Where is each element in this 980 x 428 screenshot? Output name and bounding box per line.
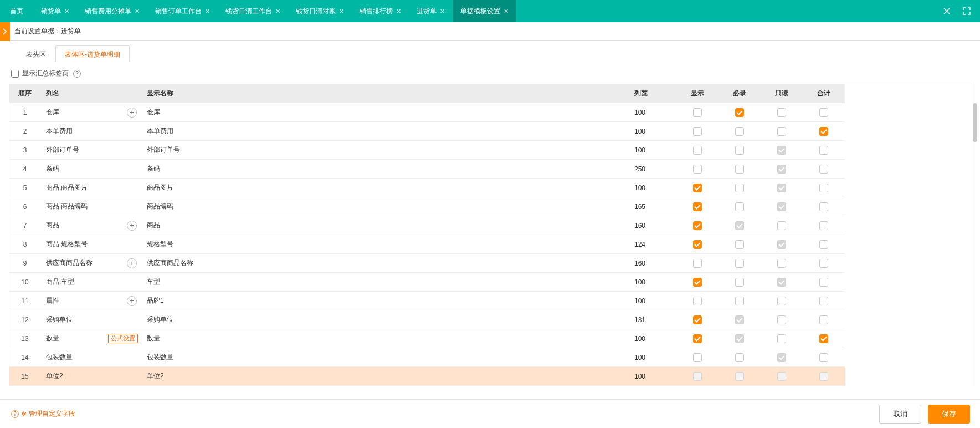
close-icon[interactable]: ✕ xyxy=(205,0,210,22)
tab-单据模板设置[interactable]: 单据模板设置✕ xyxy=(453,0,516,22)
checkbox[interactable] xyxy=(735,202,744,211)
checkbox[interactable] xyxy=(693,202,702,211)
checkbox[interactable] xyxy=(819,146,828,155)
checkbox[interactable] xyxy=(819,240,828,249)
checkbox[interactable] xyxy=(819,334,828,343)
table-cell xyxy=(676,329,719,348)
cancel-button[interactable]: 取消 xyxy=(879,405,921,420)
tab-进货单[interactable]: 进货单✕ xyxy=(409,0,453,22)
checkbox[interactable] xyxy=(819,297,828,305)
close-icon[interactable]: ✕ xyxy=(396,0,401,22)
checkbox[interactable] xyxy=(819,165,828,174)
checkbox[interactable] xyxy=(693,315,702,324)
add-icon[interactable]: + xyxy=(127,258,137,268)
save-button[interactable]: 保存 xyxy=(928,405,970,420)
table-cell: 单位2 xyxy=(40,367,141,386)
close-icon[interactable]: ✕ xyxy=(504,0,509,22)
table-cell xyxy=(761,160,803,179)
checkbox[interactable] xyxy=(777,315,786,324)
gear-icon: ✲ xyxy=(21,410,27,418)
checkbox xyxy=(777,165,786,174)
table-cell xyxy=(761,103,803,122)
table-cell xyxy=(803,141,845,160)
checkbox[interactable] xyxy=(693,146,702,155)
fullscreen-icon[interactable] xyxy=(959,3,974,19)
close-all-tabs-icon[interactable] xyxy=(939,3,955,19)
checkbox[interactable] xyxy=(693,259,702,268)
tab-钱货日清工作台[interactable]: 钱货日清工作台✕ xyxy=(218,0,288,22)
add-icon[interactable]: + xyxy=(127,221,137,231)
checkbox[interactable] xyxy=(693,297,702,305)
column-header: 显示 xyxy=(676,84,719,103)
table-cell xyxy=(719,141,761,160)
close-icon[interactable]: ✕ xyxy=(64,0,69,22)
table-cell xyxy=(676,141,719,160)
checkbox[interactable] xyxy=(693,221,702,230)
checkbox[interactable] xyxy=(693,278,702,287)
tab-销售排行榜[interactable]: 销售排行榜✕ xyxy=(352,0,409,22)
tab-home[interactable]: 首页 xyxy=(0,0,33,22)
checkbox[interactable] xyxy=(819,108,828,117)
checkbox[interactable] xyxy=(735,240,744,249)
checkbox[interactable] xyxy=(819,221,828,230)
checkbox[interactable] xyxy=(735,278,744,287)
checkbox[interactable] xyxy=(735,259,744,268)
close-icon[interactable]: ✕ xyxy=(275,0,280,22)
checkbox[interactable] xyxy=(693,108,702,117)
checkbox[interactable] xyxy=(819,127,828,136)
column-header: 必录 xyxy=(719,84,761,103)
close-icon[interactable]: ✕ xyxy=(440,0,445,22)
checkbox[interactable] xyxy=(693,353,702,362)
column-header: 顺序 xyxy=(9,84,40,103)
help-icon[interactable]: ? xyxy=(73,70,81,78)
checkbox[interactable] xyxy=(693,165,702,174)
table-cell xyxy=(719,103,761,122)
checkbox[interactable] xyxy=(819,184,828,192)
checkbox[interactable] xyxy=(777,127,786,136)
checkbox[interactable] xyxy=(735,184,744,192)
add-icon[interactable]: + xyxy=(127,296,137,306)
add-icon[interactable]: + xyxy=(127,108,137,118)
chevron-right-icon[interactable] xyxy=(0,22,10,41)
checkbox[interactable] xyxy=(693,240,702,249)
table-cell xyxy=(719,254,761,273)
checkbox[interactable] xyxy=(735,353,744,362)
table-cell xyxy=(803,197,845,216)
checkbox[interactable] xyxy=(693,127,702,136)
checkbox[interactable] xyxy=(819,202,828,211)
table-cell xyxy=(719,216,761,235)
summary-tab-checkbox[interactable] xyxy=(11,70,19,78)
tab-销售订单工作台[interactable]: 销售订单工作台✕ xyxy=(147,0,218,22)
checkbox[interactable] xyxy=(777,108,786,117)
sub-tab[interactable]: 表头区 xyxy=(17,45,55,62)
close-icon[interactable]: ✕ xyxy=(135,0,140,22)
checkbox[interactable] xyxy=(777,297,786,305)
close-icon[interactable]: ✕ xyxy=(339,0,344,22)
breadcrumb-label: 当前设置单据： xyxy=(14,27,61,35)
table-cell xyxy=(719,292,761,310)
checkbox[interactable] xyxy=(777,334,786,343)
tab-销售费用分摊单[interactable]: 销售费用分摊单✕ xyxy=(77,0,147,22)
help-icon[interactable]: ? xyxy=(11,410,19,418)
checkbox[interactable] xyxy=(819,278,828,287)
sub-tab[interactable]: 表体区-进货单明细 xyxy=(55,45,130,62)
table-cell xyxy=(676,273,719,292)
checkbox[interactable] xyxy=(819,259,828,268)
checkbox[interactable] xyxy=(735,165,744,174)
table-cell: 100 xyxy=(629,329,676,348)
tab-销货单[interactable]: 销货单✕ xyxy=(33,0,77,22)
checkbox[interactable] xyxy=(777,221,786,230)
tab-钱货日清对账[interactable]: 钱货日清对账✕ xyxy=(288,0,352,22)
checkbox[interactable] xyxy=(819,353,828,362)
formula-button[interactable]: 公式设置 xyxy=(108,334,138,343)
manage-custom-fields-link[interactable]: 管理自定义字段 xyxy=(29,409,75,419)
checkbox[interactable] xyxy=(735,108,744,117)
checkbox[interactable] xyxy=(735,127,744,136)
checkbox[interactable] xyxy=(693,184,702,192)
checkbox[interactable] xyxy=(735,146,744,155)
vertical-scrollbar[interactable] xyxy=(972,103,977,386)
checkbox[interactable] xyxy=(819,315,828,324)
checkbox[interactable] xyxy=(777,259,786,268)
checkbox[interactable] xyxy=(693,334,702,343)
checkbox[interactable] xyxy=(735,297,744,305)
